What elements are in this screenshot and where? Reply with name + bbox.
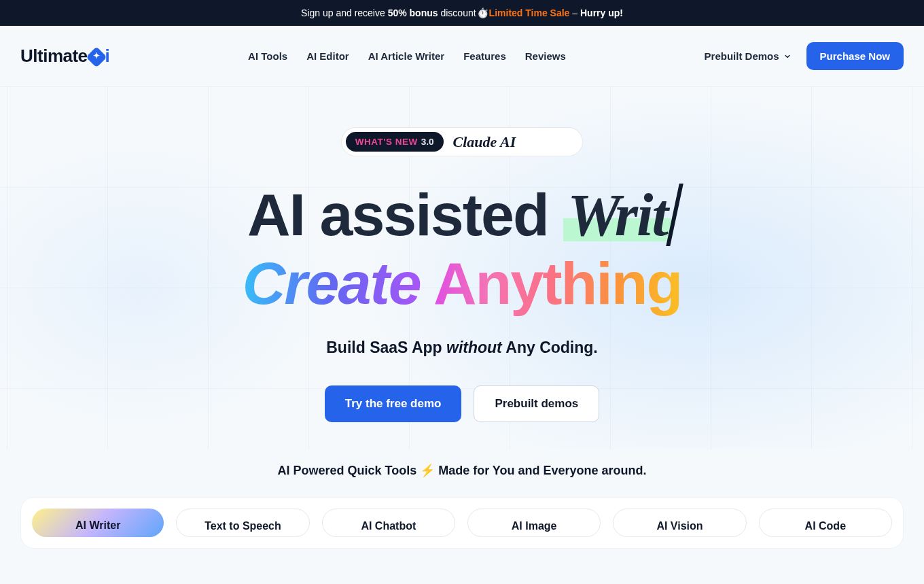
promo-prefix: Sign up and receive	[301, 7, 388, 18]
whats-new-label: WHAT'S NEW	[355, 137, 418, 147]
tool-ai-vision[interactable]: AI Vision	[613, 509, 746, 537]
nav-ai-editor[interactable]: AI Editor	[306, 50, 349, 62]
try-free-demo-button[interactable]: Try the free demo	[325, 385, 462, 422]
brand-ai: i	[88, 46, 110, 67]
nav-ai-tools[interactable]: AI Tools	[248, 50, 287, 62]
main-nav: AI Tools AI Editor AI Article Writer Fea…	[248, 50, 566, 62]
promo-bonus: 50% bonus	[388, 7, 438, 18]
tool-ai-writer[interactable]: AI Writer	[32, 509, 164, 537]
promo-hurry: Hurry up!	[580, 7, 623, 18]
prebuilt-demos-dropdown[interactable]: Prebuilt Demos	[705, 50, 792, 62]
whats-new-pill[interactable]: WHAT'S NEW 3.0 Claude AI	[341, 127, 583, 156]
promo-mid: discount	[438, 7, 476, 18]
hero-subtitle: Build SaaS App without Any Coding.	[14, 339, 910, 357]
nav-reviews[interactable]: Reviews	[525, 50, 566, 62]
stopwatch-icon: ⏱️	[477, 7, 488, 18]
quick-tools-card: AI Writer Text to Speech AI Chatbot AI I…	[20, 497, 904, 549]
tool-text-to-speech[interactable]: Text to Speech	[176, 509, 309, 537]
hero-line1-static: AI assisted	[247, 181, 563, 248]
tools-intro-text: AI Powered Quick Tools ⚡ Made for You an…	[0, 449, 924, 497]
tool-ai-chatbot[interactable]: AI Chatbot	[322, 509, 455, 537]
brand-text-1: Ultimate	[20, 46, 88, 67]
hero-create: Create	[243, 250, 421, 317]
tool-ai-image[interactable]: AI Image	[467, 509, 601, 537]
hero-typed-word: Writ	[563, 182, 671, 248]
promo-dash: –	[569, 7, 580, 18]
purchase-now-button[interactable]: Purchase Now	[806, 42, 904, 70]
prebuilt-demos-button[interactable]: Prebuilt demos	[474, 385, 599, 422]
prebuilt-demos-label: Prebuilt Demos	[705, 50, 779, 62]
hero-sub-em: without	[446, 339, 502, 356]
sparkle-icon	[86, 46, 107, 67]
hero-sub-prefix: Build SaaS App	[326, 339, 446, 356]
promo-bar: Sign up and receive 50% bonus discount⏱️…	[0, 0, 924, 26]
nav-features[interactable]: Features	[463, 50, 506, 62]
chevron-down-icon	[783, 52, 792, 61]
hero-cta-row: Try the free demo Prebuilt demos	[14, 385, 910, 422]
hero-sub-suffix: Any Coding.	[502, 339, 598, 356]
hero-anything: Anything	[421, 250, 681, 317]
brand-logo[interactable]: Ultimatei	[20, 46, 109, 67]
hero-heading: AI assisted Writ Create Anything	[14, 184, 910, 315]
main-header: Ultimatei AI Tools AI Editor AI Article …	[0, 26, 924, 86]
promo-limited: Limited Time Sale	[489, 7, 570, 18]
nav-ai-article-writer[interactable]: AI Article Writer	[368, 50, 445, 62]
tool-ai-code[interactable]: AI Code	[759, 509, 892, 537]
header-actions: Prebuilt Demos Purchase Now	[705, 42, 904, 70]
whats-new-badge: WHAT'S NEW 3.0	[346, 132, 444, 152]
hero-section: WHAT'S NEW 3.0 Claude AI AI assisted Wri…	[0, 86, 924, 449]
whats-new-version: 3.0	[421, 137, 434, 147]
whats-new-feature: Claude AI	[453, 133, 571, 151]
